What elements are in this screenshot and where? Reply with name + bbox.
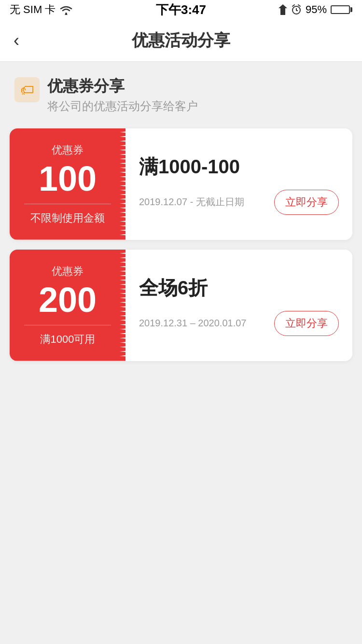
status-bar: 无 SIM 卡 下午3:47 95% (0, 0, 362, 19)
coupon-card-1: 优惠券 100 不限制使用金额 满1000-100 2019.12.07 - 无… (10, 128, 352, 240)
bottom-area (0, 376, 362, 617)
coupon-date-1: 2019.12.07 - 无截止日期 (139, 196, 268, 209)
alarm-icon (291, 4, 302, 15)
svg-text:🏷: 🏷 (20, 83, 34, 98)
battery-label: 95% (306, 3, 327, 16)
nav-bar: ‹ 优惠活动分享 (0, 19, 362, 62)
section-subtitle: 将公司的优惠活动分享给客户 (47, 98, 198, 114)
coupon-condition-1: 不限制使用金额 (30, 211, 105, 225)
svg-point-0 (65, 13, 67, 14)
status-right: 95% (278, 3, 352, 16)
coupon-amount-1: 100 (39, 161, 97, 196)
status-left: 无 SIM 卡 (10, 2, 73, 17)
coupon-divider-1 (24, 204, 111, 204)
battery-icon (331, 5, 352, 14)
coupon-right-1: 满1000-100 2019.12.07 - 无截止日期 立即分享 (125, 128, 352, 240)
section-header: 🏷 优惠券分享 将公司的优惠活动分享给客户 (0, 62, 362, 124)
page-title: 优惠活动分享 (132, 29, 230, 52)
coupon-meta-2: 2019.12.31 – 2020.01.07 立即分享 (139, 311, 339, 336)
coupon-card-2: 优惠券 200 满1000可用 全场6折 2019.12.31 – 2020.0… (10, 250, 352, 361)
share-button-2[interactable]: 立即分享 (274, 311, 339, 336)
wifi-icon (59, 4, 73, 15)
coupon-left-2: 优惠券 200 满1000可用 (10, 250, 125, 361)
coupon-right-2: 全场6折 2019.12.31 – 2020.01.07 立即分享 (125, 250, 352, 361)
status-time: 下午3:47 (156, 1, 206, 18)
section-text: 优惠券分享 将公司的优惠活动分享给客户 (47, 76, 198, 114)
coupon-label-1: 优惠券 (52, 143, 84, 157)
coupon-list: 优惠券 100 不限制使用金额 满1000-100 2019.12.07 - 无… (0, 124, 362, 376)
section-title: 优惠券分享 (47, 76, 198, 97)
coupon-date-2: 2019.12.31 – 2020.01.07 (139, 318, 268, 329)
coupon-meta-1: 2019.12.07 - 无截止日期 立即分享 (139, 190, 339, 215)
carrier-label: 无 SIM 卡 (10, 2, 56, 17)
coupon-name-1: 满1000-100 (139, 154, 339, 180)
coupon-share-icon: 🏷 (14, 77, 40, 102)
coupon-name-2: 全场6折 (139, 275, 339, 301)
coupon-condition-2: 满1000可用 (40, 332, 96, 347)
back-button[interactable]: ‹ (14, 30, 19, 51)
location-icon (278, 4, 287, 15)
share-button-1[interactable]: 立即分享 (274, 190, 339, 215)
coupon-left-1: 优惠券 100 不限制使用金额 (10, 128, 125, 240)
coupon-divider-2 (24, 325, 111, 325)
coupon-label-2: 优惠券 (52, 264, 84, 279)
coupon-amount-2: 200 (39, 282, 97, 317)
